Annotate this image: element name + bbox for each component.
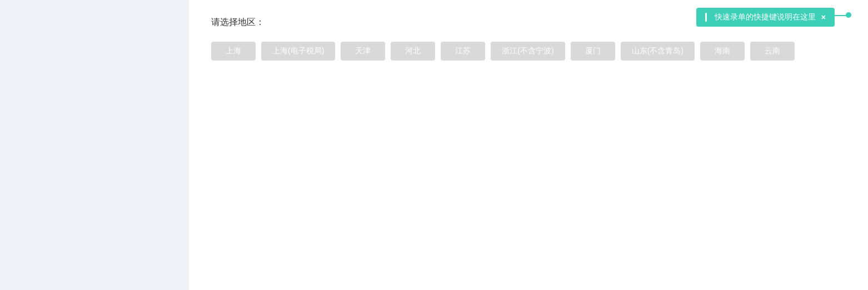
tooltip-dot: [846, 12, 851, 18]
main-content: 请选择地区： 上海上海(电子税局)天津河北江苏浙江(不含宁波)厦门山东(不含青岛…: [189, 0, 868, 290]
region-button-shanghai-etax[interactable]: 上海(电子税局): [261, 42, 335, 61]
left-sidebar: [0, 0, 189, 290]
region-buttons: 上海上海(电子税局)天津河北江苏浙江(不含宁波)厦门山东(不含青岛)海南云南: [211, 42, 846, 61]
tooltip-text: 快速录单的快捷键说明在这里: [715, 12, 816, 22]
tooltip-banner: 快速录单的快捷键说明在这里 ×: [696, 8, 835, 27]
region-button-hainan[interactable]: 海南: [700, 42, 745, 61]
region-button-xiamen[interactable]: 厦门: [571, 42, 615, 61]
region-button-zhejiang[interactable]: 浙江(不含宁波): [491, 42, 565, 61]
region-button-jiangsu[interactable]: 江苏: [441, 42, 485, 61]
region-button-shanghai[interactable]: 上海: [211, 42, 256, 61]
region-button-tianjin[interactable]: 天津: [341, 42, 385, 61]
region-button-shandong[interactable]: 山东(不含青岛): [621, 42, 695, 61]
region-button-yunnan[interactable]: 云南: [750, 42, 795, 61]
tooltip-close-button[interactable]: ×: [821, 13, 826, 22]
region-button-hebei[interactable]: 河北: [391, 42, 435, 61]
